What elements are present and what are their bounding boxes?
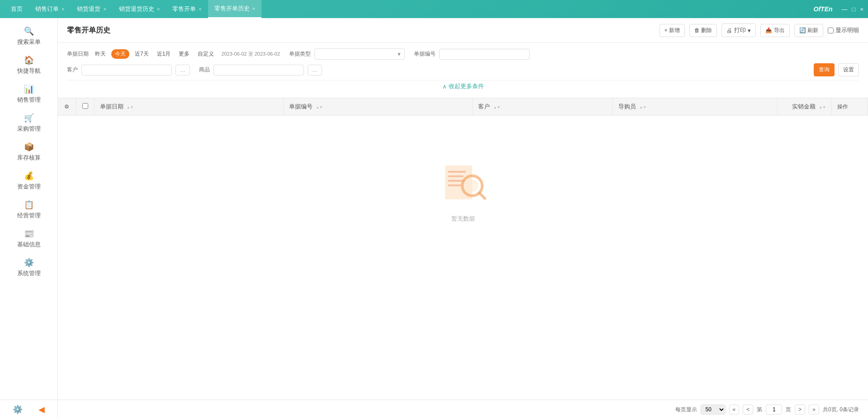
tab-零售开单[interactable]: 零售开单× xyxy=(166,0,208,18)
tab-销货退货历史[interactable]: 销货退货历史× xyxy=(113,0,166,18)
content-area: 零售开单历史 + 新增 🗑 删除 🖨 打印 ▾ 📤 导出 🔄 刷新 显示明细 xyxy=(58,18,868,419)
delete-button[interactable]: 🗑 删除 xyxy=(689,24,717,37)
product-ellipsis-btn[interactable]: ... xyxy=(308,65,322,75)
maximize-button[interactable]: □ xyxy=(852,6,856,13)
empty-state: 暂无数据 xyxy=(58,116,868,268)
shortcut-7days[interactable]: 近7天 xyxy=(132,49,152,59)
per-page-select[interactable]: 50 10 20 100 xyxy=(701,405,726,414)
print-arrow-icon: ▾ xyxy=(748,27,751,34)
total-info: 共0页, 0条记录 xyxy=(823,406,859,414)
sidebar-icon-0: 🔍 xyxy=(24,26,34,36)
shortcut-today[interactable]: 今天 xyxy=(111,49,129,59)
export-button[interactable]: 📤 导出 xyxy=(760,24,789,37)
sidebar-label-5: 资金管理 xyxy=(17,183,41,191)
sidebar-item-库存核算[interactable]: 📦 库存核算 xyxy=(0,137,57,166)
tab-label: 销货退货 xyxy=(77,5,100,13)
settings-filter-button[interactable]: 设置 xyxy=(838,63,859,76)
tab-close-icon[interactable]: × xyxy=(252,6,255,11)
shortcut-yesterday[interactable]: 昨天 xyxy=(92,49,109,59)
add-button[interactable]: + 新增 xyxy=(659,24,685,37)
sort-number-icon: ▲▼ xyxy=(316,105,323,109)
search-button[interactable]: 查询 xyxy=(814,63,835,76)
number-input[interactable] xyxy=(439,49,530,60)
sidebar-item-系统管理[interactable]: ⚙️ 系统管理 xyxy=(0,253,57,282)
empty-label: 暂无数据 xyxy=(451,215,475,223)
tab-首页[interactable]: 首页 xyxy=(5,0,29,18)
first-page-button[interactable]: « xyxy=(729,405,740,414)
page-suffix-label: 页 xyxy=(786,406,791,414)
th-customer[interactable]: 客户 ▲▼ xyxy=(473,98,613,116)
svg-rect-1 xyxy=(448,171,466,173)
sidebar-label-4: 库存核算 xyxy=(17,154,41,162)
tab-close-icon[interactable]: × xyxy=(157,6,160,12)
last-page-button[interactable]: » xyxy=(809,405,819,414)
sort-amount-icon: ▲▼ xyxy=(819,105,826,109)
th-settings[interactable]: ⚙ xyxy=(58,98,76,116)
close-button[interactable]: × xyxy=(860,6,863,13)
tab-销货退货[interactable]: 销货退货× xyxy=(71,0,112,18)
type-select[interactable]: ▾ xyxy=(314,48,405,60)
th-checkbox[interactable] xyxy=(76,98,94,116)
sidebar-icon-1: 🏠 xyxy=(24,55,34,65)
empty-illustration xyxy=(436,161,490,207)
svg-line-7 xyxy=(479,193,485,198)
table-container: ⚙ 单据日期 ▲▼ 单据编号 ▲▼ 客户 xyxy=(58,98,868,400)
th-actions: 操作 xyxy=(832,98,868,116)
sidebar-item-基础信息[interactable]: 📰 基础信息 xyxy=(0,224,57,253)
product-label: 商品 xyxy=(199,66,210,74)
sort-date-icon: ▲▼ xyxy=(127,105,134,109)
shortcut-1month[interactable]: 近1月 xyxy=(154,49,174,59)
type-filter: 单据类型 ▾ xyxy=(289,48,405,60)
collapse-button[interactable]: ∧ 收起更多条件 xyxy=(67,80,859,92)
tab-close-icon[interactable]: × xyxy=(62,6,64,12)
sidebar-icon-2: 📊 xyxy=(24,84,34,94)
sidebar-label-7: 基础信息 xyxy=(17,240,41,249)
th-guide[interactable]: 导购员 ▲▼ xyxy=(612,98,777,116)
tab-close-icon[interactable]: × xyxy=(103,6,106,12)
collapse-sidebar-icon[interactable]: ◀ xyxy=(38,405,45,414)
tab-label: 零售开单历史 xyxy=(214,5,250,13)
sidebar-label-6: 经营管理 xyxy=(17,212,41,220)
collapse-row: ∧ 收起更多条件 xyxy=(67,80,859,92)
product-input[interactable] xyxy=(213,65,304,75)
page-number-input[interactable] xyxy=(766,405,782,414)
sidebar-item-销售管理[interactable]: 📊 销售管理 xyxy=(0,80,57,108)
show-detail-input[interactable] xyxy=(828,28,834,33)
shortcut-custom[interactable]: 自定义 xyxy=(195,49,217,59)
minimize-button[interactable]: — xyxy=(842,6,848,13)
th-date[interactable]: 单据日期 ▲▼ xyxy=(94,98,283,116)
tab-零售开单历史[interactable]: 零售开单历史× xyxy=(208,0,261,18)
page-header: 零售开单历史 + 新增 🗑 删除 🖨 打印 ▾ 📤 导出 🔄 刷新 显示明细 xyxy=(58,18,868,43)
next-page-button[interactable]: > xyxy=(795,405,805,414)
prev-page-button[interactable]: < xyxy=(743,405,753,414)
print-button[interactable]: 🖨 打印 ▾ xyxy=(721,24,756,37)
customer-ellipsis-btn[interactable]: ... xyxy=(175,65,190,75)
sidebar-item-快捷导航[interactable]: 🏠 快捷导航 xyxy=(0,51,57,80)
svg-rect-2 xyxy=(448,175,464,177)
sidebar-item-采购管理[interactable]: 🛒 采购管理 xyxy=(0,108,57,137)
shortcut-more[interactable]: 更多 xyxy=(176,49,192,59)
sidebar-item-搜索采单[interactable]: 🔍 搜索采单 xyxy=(0,22,57,51)
show-detail-checkbox[interactable]: 显示明细 xyxy=(828,26,859,34)
window-controls: OfTEn — □ × xyxy=(809,5,863,13)
collapse-arrow-icon: ∧ xyxy=(442,83,447,90)
th-amount[interactable]: 实销金额 ▲▼ xyxy=(778,98,832,116)
sidebar-icon-7: 📰 xyxy=(24,229,34,239)
sidebar-label-1: 快捷导航 xyxy=(17,67,41,75)
empty-svg xyxy=(436,161,490,206)
select-all-checkbox[interactable] xyxy=(82,103,88,109)
customer-input[interactable] xyxy=(81,65,172,75)
refresh-button[interactable]: 🔄 刷新 xyxy=(794,24,823,37)
customer-label: 客户 xyxy=(67,66,78,74)
tab-close-icon[interactable]: × xyxy=(199,6,201,12)
main-layout: 🔍 搜索采单🏠 快捷导航📊 销售管理🛒 采购管理📦 库存核算💰 资金管理📋 经营… xyxy=(0,18,868,419)
tab-销售订单[interactable]: 销售订单× xyxy=(29,0,71,18)
th-number[interactable]: 单据编号 ▲▼ xyxy=(283,98,472,116)
svg-point-6 xyxy=(466,179,479,192)
settings-bottom-icon[interactable]: ⚙️ xyxy=(13,405,23,414)
sidebar-item-经营管理[interactable]: 📋 经营管理 xyxy=(0,195,57,224)
sidebar: 🔍 搜索采单🏠 快捷导航📊 销售管理🛒 采购管理📦 库存核算💰 资金管理📋 经营… xyxy=(0,18,58,419)
sidebar-label-0: 搜索采单 xyxy=(17,38,41,46)
sidebar-icon-6: 📋 xyxy=(24,200,34,210)
sidebar-item-资金管理[interactable]: 💰 资金管理 xyxy=(0,166,57,195)
